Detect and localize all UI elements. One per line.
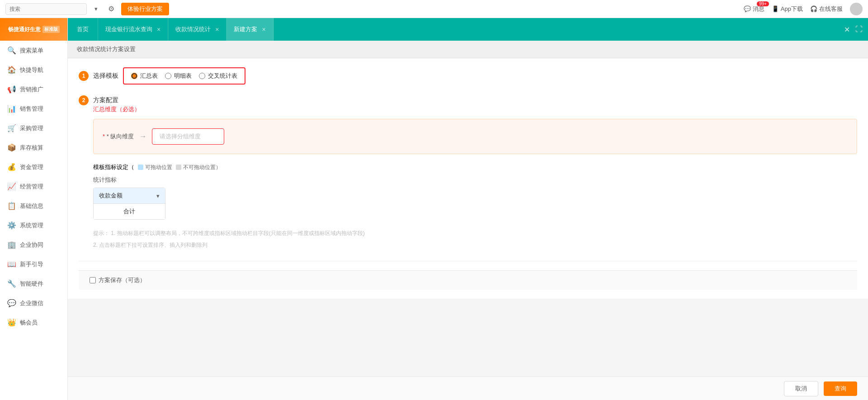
top-bar-right: 💬 消息 99+ 📱 App下载 🎧 在线客服 xyxy=(744,3,863,15)
tab-receipts-close[interactable]: × xyxy=(215,26,219,33)
sidebar-item-label: 智能硬件 xyxy=(20,280,43,288)
sidebar-item-label: 快捷导航 xyxy=(20,66,43,74)
download-icon: 📱 xyxy=(772,5,779,12)
sidebar-item-label: 营销推广 xyxy=(20,85,43,94)
notification-badge: 99+ xyxy=(757,1,769,6)
stats-header-cell[interactable]: 收款金额 ▾ xyxy=(94,188,165,203)
download-label: App下载 xyxy=(781,5,803,13)
stats-section-label: 统计指标 xyxy=(93,176,857,184)
inventory-icon: 📦 xyxy=(7,143,16,152)
sidebar-item-marketing[interactable]: 📢 营销推广 xyxy=(0,80,67,99)
save-option: 方案保存（可选） xyxy=(79,270,857,290)
sidebar-item-label: 企业微信 xyxy=(20,299,43,307)
tab-cashflow[interactable]: 现金银行流水查询 × xyxy=(98,18,168,41)
tab-bar: 首页 现金银行流水查询 × 收款情况统计 × 新建方案 × ✕ ⛶ xyxy=(68,18,868,41)
search-icon: 🔍 xyxy=(7,46,16,55)
stats-body-cell: 合计 xyxy=(94,204,165,219)
indicator-settings-label: 模板指标设定（ xyxy=(93,163,134,171)
tip-text-2: 2. 点击标题栏下拉可设置排序、插入列和删除列 xyxy=(93,240,857,250)
sidebar-item-system[interactable]: ⚙️ 系统管理 xyxy=(0,216,67,235)
gear-icon[interactable]: ⚙ xyxy=(105,3,118,15)
step2-number: 2 xyxy=(79,95,89,105)
tab-home[interactable]: 首页 xyxy=(68,18,98,41)
cancel-button[interactable]: 取消 xyxy=(784,381,818,396)
sidebar-item-guide[interactable]: 📖 新手引导 xyxy=(0,254,67,274)
sidebar-item-sales[interactable]: 📊 销售管理 xyxy=(0,99,67,118)
draggable-hint-text: 可拖动位置 xyxy=(145,164,172,171)
sidebar-item-label: 新手引导 xyxy=(20,260,43,268)
radio-summary-label: 汇总表 xyxy=(140,72,158,80)
avatar[interactable] xyxy=(850,3,863,15)
stats-header-text: 收款金额 xyxy=(99,192,123,200)
close-window-icon[interactable]: ✕ xyxy=(844,25,850,34)
radio-cross[interactable]: 交叉统计表 xyxy=(199,72,237,80)
member-icon: 👑 xyxy=(7,318,16,327)
guide-icon: 📖 xyxy=(7,260,16,268)
sidebar-item-member[interactable]: 👑 畅会员 xyxy=(0,313,67,332)
dimension-area: * * 纵向维度 → 请选择分组维度 xyxy=(93,119,857,154)
sidebar-item-label: 搜索菜单 xyxy=(20,47,43,55)
non-draggable-dot xyxy=(176,165,181,170)
sidebar: 畅捷通好生意 标准版 🔍 搜索菜单 🏠 快捷导航 📢 营销推广 📊 销售管理 🛒… xyxy=(0,18,68,400)
sidebar-item-enterprise[interactable]: 🏢 企业协同 xyxy=(0,235,67,254)
sidebar-item-label: 库存核算 xyxy=(20,144,43,152)
draggable-badge: 可拖动位置 xyxy=(138,164,172,171)
save-checkbox[interactable] xyxy=(90,277,96,283)
sidebar-item-hardware[interactable]: 🔧 智能硬件 xyxy=(0,274,67,293)
step2-body: 汇总维度（必选） * * 纵向维度 → 请选择分 xyxy=(79,105,857,250)
sidebar-item-wechat[interactable]: 💬 企业微信 xyxy=(0,293,67,313)
expand-icon[interactable]: ⛶ xyxy=(855,25,863,33)
step1-title: 选择模板 xyxy=(93,72,118,80)
notification-item[interactable]: 💬 消息 99+ xyxy=(744,5,764,13)
non-draggable-badge: 不可拖动位置） xyxy=(176,164,221,171)
radio-cross-input[interactable] xyxy=(199,73,205,79)
tab-cashflow-close[interactable]: × xyxy=(157,26,160,33)
save-label: 方案保存（可选） xyxy=(99,276,146,284)
stats-table: 收款金额 ▾ 合计 xyxy=(93,188,165,220)
dropdown-icon[interactable]: ▾ xyxy=(90,4,101,14)
page-content: 收款情况统计方案设置 1 选择模板 汇总表 xyxy=(68,41,868,376)
tab-home-label: 首页 xyxy=(77,25,89,33)
tab-new-plan-close[interactable]: × xyxy=(262,26,265,33)
home-icon: 🏠 xyxy=(7,66,16,74)
step1-header: 1 选择模板 汇总表 明细表 xyxy=(79,67,857,85)
purchase-icon: 🛒 xyxy=(7,124,16,132)
sidebar-item-basic[interactable]: 📋 基础信息 xyxy=(0,196,67,216)
system-icon: ⚙️ xyxy=(7,221,16,230)
sidebar-item-label: 销售管理 xyxy=(20,105,43,113)
service-item[interactable]: 🎧 在线客服 xyxy=(810,5,843,13)
divider xyxy=(79,261,857,261)
download-item[interactable]: 📱 App下载 xyxy=(772,5,803,13)
search-input[interactable] xyxy=(5,3,87,15)
form-container: 1 选择模板 汇总表 明细表 xyxy=(68,58,868,299)
dimension-select[interactable]: 请选择分组维度 xyxy=(152,128,224,145)
vertical-dimension-label: * 纵向维度 xyxy=(107,133,134,140)
breadcrumb-text: 收款情况统计方案设置 xyxy=(77,46,136,52)
indicator-settings: 模板指标设定（ 可拖动位置 不可拖动位置） xyxy=(93,163,857,220)
query-button[interactable]: 查询 xyxy=(824,381,857,396)
radio-detail-label: 明细表 xyxy=(174,72,192,80)
radio-summary[interactable]: 汇总表 xyxy=(131,72,158,80)
radio-detail[interactable]: 明细表 xyxy=(165,72,192,80)
stats-dropdown-icon[interactable]: ▾ xyxy=(156,193,160,199)
tab-new-plan[interactable]: 新建方案 × xyxy=(226,18,273,41)
step1-section: 1 选择模板 汇总表 明细表 xyxy=(79,67,857,85)
radio-detail-input[interactable] xyxy=(165,73,171,79)
tab-receipts[interactable]: 收款情况统计 × xyxy=(168,18,226,41)
radio-summary-input[interactable] xyxy=(131,73,137,79)
sidebar-item-label: 资金管理 xyxy=(20,163,43,171)
industry-button[interactable]: 体验行业方案 xyxy=(121,3,169,15)
basic-icon: 📋 xyxy=(7,202,16,210)
sidebar-item-inventory[interactable]: 📦 库存核算 xyxy=(0,138,67,157)
sidebar-item-management[interactable]: 📈 经营管理 xyxy=(0,177,67,196)
sidebar-item-finance[interactable]: 💰 资金管理 xyxy=(0,157,67,177)
finance-icon: 💰 xyxy=(7,163,16,171)
step1-number: 1 xyxy=(79,71,89,81)
sidebar-item-purchase[interactable]: 🛒 采购管理 xyxy=(0,118,67,138)
logo-text: 畅捷通好生意 xyxy=(8,26,41,33)
enterprise-icon: 🏢 xyxy=(7,240,16,249)
sidebar-item-label: 采购管理 xyxy=(20,124,43,132)
sidebar-item-search[interactable]: 🔍 搜索菜单 xyxy=(0,41,67,60)
template-box: 汇总表 明细表 交叉统计表 xyxy=(123,67,245,85)
sidebar-item-nav[interactable]: 🏠 快捷导航 xyxy=(0,60,67,80)
